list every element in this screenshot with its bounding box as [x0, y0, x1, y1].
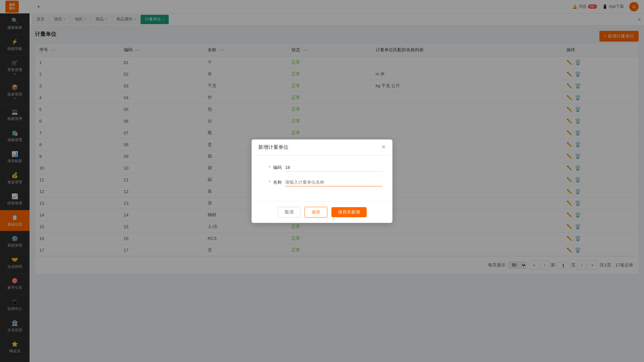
modal-title: 新增计量单位 — [258, 144, 288, 150]
form-required-mark: * 编码 — [262, 165, 282, 171]
form-required-mark2: * 名称 — [262, 179, 282, 185]
modal-close-btn[interactable]: ✕ — [381, 144, 386, 150]
save-new-button[interactable]: 保存并新增 — [331, 207, 367, 217]
modal-footer: 取消 保存 保存并新增 — [252, 201, 392, 223]
modal-body: * 编码 * 名称 — [252, 156, 392, 201]
add-unit-modal: 新增计量单位 ✕ * 编码 * 名称 取消 保存 保存并新增 — [252, 139, 392, 223]
form-item-code: * 编码 — [262, 164, 382, 172]
modal-overlay: 新增计量单位 ✕ * 编码 * 名称 取消 保存 保存并新增 — [0, 0, 644, 362]
modal-header: 新增计量单位 ✕ — [252, 139, 392, 156]
name-label: 名称 — [273, 180, 282, 185]
save-button[interactable]: 保存 — [305, 207, 327, 218]
cancel-button[interactable]: 取消 — [278, 207, 301, 218]
name-input[interactable] — [285, 178, 382, 186]
form-item-name: * 名称 — [262, 178, 382, 186]
code-label: 编码 — [273, 165, 282, 170]
code-input[interactable] — [285, 164, 382, 172]
